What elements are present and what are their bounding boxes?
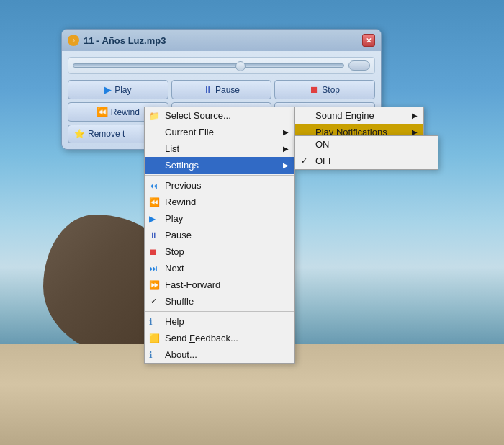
about-icon: ℹ <box>149 350 153 360</box>
menu-previous[interactable]: ⏮ Previous <box>145 177 294 194</box>
help-icon: ℹ <box>149 317 153 327</box>
check-icon: ✓ <box>150 297 157 306</box>
play-icon: ▶ <box>104 84 112 95</box>
window-title: 11 - Años Luz.mp3 <box>84 35 358 46</box>
menu-stop[interactable]: ⏹ Stop <box>145 243 294 260</box>
menu-settings[interactable]: Settings ▶ <box>145 157 294 174</box>
menu-off[interactable]: ✓ OFF <box>295 153 438 169</box>
app-icon: ♪ <box>68 35 79 46</box>
menu-fast-forward[interactable]: ⏩ Fast-Forward <box>145 277 294 293</box>
fastforward-icon: ⏩ <box>149 280 160 290</box>
context-menu: 📁 Select Source... Current File ▶ List ▶… <box>144 107 295 364</box>
titlebar: ♪ 11 - Años Luz.mp3 ✕ <box>62 30 381 51</box>
menu-next[interactable]: ⏭ Next <box>145 260 294 277</box>
next-icon: ⏭ <box>149 264 158 274</box>
menu-rewind[interactable]: ⏪ Rewind <box>145 194 294 210</box>
pause-button[interactable]: ⏸ Pause <box>171 80 272 99</box>
rewind-icon: ⏪ <box>149 197 160 207</box>
folder-icon: 📁 <box>149 111 160 121</box>
menu-pause[interactable]: ⏸ Pause <box>145 227 294 243</box>
play-button[interactable]: ▶ Play <box>68 80 168 99</box>
rewind-icon: ⏪ <box>96 107 108 117</box>
pause-icon: ⏸ <box>149 230 158 241</box>
menu-on[interactable]: ON <box>295 136 438 153</box>
arrow-icon: ▶ <box>283 161 289 169</box>
arrow-icon: ▶ <box>412 112 418 120</box>
star-icon: ⭐ <box>74 129 85 139</box>
menu-sound-engine[interactable]: Sound Engine ▶ <box>295 107 423 124</box>
arrow-icon: ▶ <box>283 128 289 136</box>
stop-icon: ⏹ <box>149 247 158 257</box>
previous-icon: ⏮ <box>149 181 158 191</box>
stop-button[interactable]: ⏹ Stop <box>274 80 375 99</box>
feedback-icon: 🟨 <box>149 333 160 343</box>
menu-separator <box>145 175 294 176</box>
menu-current-file[interactable]: Current File ▶ <box>145 124 294 140</box>
close-button[interactable]: ✕ <box>362 34 375 47</box>
arrow-icon: ▶ <box>283 145 289 153</box>
menu-shuffle[interactable]: ✓ Shuffle <box>145 293 294 310</box>
menu-separator-2 <box>145 311 294 312</box>
pause-icon: ⏸ <box>203 84 212 95</box>
play-icon: ▶ <box>149 214 156 224</box>
menu-list[interactable]: List ▶ <box>145 140 294 157</box>
menu-help[interactable]: ℹ Help <box>145 313 294 330</box>
slider-thumb[interactable] <box>235 61 246 71</box>
slider-track[interactable] <box>73 63 344 68</box>
menu-play[interactable]: ▶ Play <box>145 210 294 227</box>
stop-icon: ⏹ <box>310 84 319 95</box>
volume-knob[interactable] <box>348 60 370 71</box>
menu-select-source[interactable]: 📁 Select Source... <box>145 107 294 124</box>
menu-about[interactable]: ℹ About... <box>145 346 294 363</box>
notifications-submenu: ON ✓ OFF <box>294 135 438 170</box>
progress-slider[interactable] <box>68 57 375 74</box>
menu-send-feedback[interactable]: 🟨 Send Feedback... <box>145 330 294 346</box>
check-icon: ✓ <box>301 156 307 166</box>
